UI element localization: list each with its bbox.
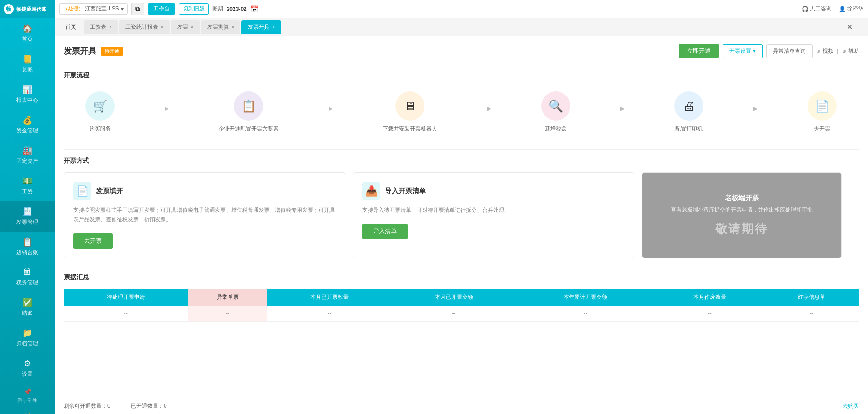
method-card-fill: 📄 发票填开 支持按照发票样式手工填写开发票；可开具增值税电子普通发票、增值税普…	[64, 172, 345, 258]
flow-icon-add-taxbox: 🔍	[541, 91, 570, 121]
sidebar-settle-icon: ✅	[22, 298, 32, 308]
summary-table: 待处理开票申请异常单票本月已开票数量本月已开票金额本年累计开票金额本月作废数量红…	[64, 289, 859, 322]
sidebar-item-reports[interactable]: 📊报表中心	[0, 79, 55, 110]
tab-label-salary-report: 工资统计报表	[125, 23, 158, 31]
sidebar-bottom-member[interactable]: 👑畅会员	[0, 408, 55, 414]
summary-value-2: --	[267, 306, 391, 322]
method-section-title: 开票方式	[64, 157, 859, 165]
sidebar-bottom-guide[interactable]: 📌新手引导	[0, 384, 55, 408]
sidebar-item-settings[interactable]: ⚙设置	[0, 353, 55, 384]
sidebar-salary-icon: 💵	[22, 176, 32, 186]
sidebar-item-invoice[interactable]: 🧾发票管理	[0, 201, 55, 232]
flow-label-add-taxbox: 新增税盘	[545, 125, 567, 133]
sidebar-ledger-label: 总账	[22, 66, 33, 74]
company-tag: （处理）	[63, 5, 83, 12]
flow-section-title: 开票流程	[64, 71, 859, 80]
sidebar-item-tax[interactable]: 🏛税务管理	[0, 262, 55, 292]
tab-salary-table[interactable]: 工资表×	[84, 20, 118, 34]
upgrade-link[interactable]: 去购买	[843, 402, 859, 410]
sidebar-home-icon: 🏠	[22, 24, 32, 34]
workbench-button[interactable]: 工作台	[148, 3, 175, 15]
calendar-icon[interactable]: 📅	[250, 5, 258, 13]
tab-invoice-list[interactable]: 发票×	[171, 20, 200, 34]
go-open-ticket-button[interactable]: 去开票	[73, 233, 113, 249]
help-label: ⊙ 帮助	[842, 47, 859, 55]
sidebar-reports-icon: 📊	[22, 85, 32, 95]
tabbar: 首页工资表×工资统计报表×发票×发票测算×发票开具× ✕ ⛶	[55, 18, 868, 36]
immediate-open-button[interactable]: 立即开通	[679, 44, 719, 58]
support-button[interactable]: 🎧 人工咨询	[802, 5, 832, 13]
abnormal-query-button[interactable]: 异常清单查询	[766, 44, 813, 58]
topbar-left: （处理） 江西服宝-LSS ▾ ⧉ 工作台 切到旧版 账期 2023-02 📅	[59, 3, 258, 15]
guide-icon: 📌	[24, 388, 31, 395]
summary-value-6: --	[764, 306, 859, 322]
summary-value-5: --	[655, 306, 765, 322]
settings-button[interactable]: 开票设置 ▾	[723, 44, 763, 58]
tab-close-invoice-calc[interactable]: ×	[232, 25, 234, 30]
summary-value-4: --	[516, 306, 655, 322]
method-card1-header: 📄 发票填开	[73, 182, 336, 200]
opened-label: 已开通数量：0	[131, 403, 167, 409]
help-icon: |	[837, 48, 838, 54]
tab-close-invoice-list[interactable]: ×	[191, 25, 194, 30]
sidebar-funds-icon: 💰	[22, 115, 32, 125]
sidebar-item-home[interactable]: 🏠首页	[0, 18, 55, 49]
user-avatar[interactable]: 👤 徐泽华	[839, 5, 863, 13]
maximize-button[interactable]: ⛶	[856, 23, 863, 31]
sidebar-tax-icon: 🏛	[23, 268, 31, 277]
summary-header-3: 本月已开票金额	[392, 289, 516, 306]
remaining-label: 剩余可开通数量：0	[64, 403, 110, 409]
flow-arrow: ▸	[751, 103, 760, 113]
flow-label-open-ticket: 去开票	[814, 125, 830, 133]
help-area: ⊙ 视频 | ⊙ 帮助	[816, 47, 859, 55]
page-header: 发票开具 待开通 立即开通 开票设置 ▾ 异常清单查询 ⊙ 视频 | ⊙ 帮助	[55, 36, 868, 64]
tab-close-salary-report[interactable]: ×	[161, 25, 164, 30]
sidebar-item-archive[interactable]: 📁归档管理	[0, 323, 55, 353]
sidebar-funds-label: 资金管理	[16, 127, 38, 135]
summary-header-0: 待处理开票申请	[64, 289, 188, 306]
sidebar-reports-label: 报表中心	[16, 96, 38, 104]
sidebar-ledger-icon: 📒	[22, 54, 32, 64]
flow-step-add-taxbox: 🔍 新增税盘	[541, 91, 570, 133]
view-label: ⊙ 视频	[816, 47, 833, 55]
flow-arrow: ▸	[618, 103, 627, 113]
header-actions: 立即开通 开票设置 ▾ 异常清单查询 ⊙ 视频 | ⊙ 帮助	[679, 44, 859, 58]
import-list-button[interactable]: 导入清单	[362, 224, 408, 239]
sidebar-item-assets[interactable]: 🏭固定资产	[0, 140, 55, 171]
footer-bar: 剩余可开通数量：0 已开通数量：0 去购买	[55, 398, 868, 414]
sidebar-item-purchase[interactable]: 📋进销台账	[0, 232, 55, 262]
flow-label-config-printer: 配置打印机	[675, 125, 703, 133]
dropdown-arrow-icon: ▾	[121, 6, 124, 12]
flow-label-config-open: 企业开通配置开票六要素	[219, 125, 279, 133]
sidebar-settings-label: 设置	[22, 370, 33, 378]
sidebar-item-salary[interactable]: 💵工资	[0, 171, 55, 201]
summary-section-title: 票据汇总	[64, 273, 859, 282]
copy-icon[interactable]: ⧉	[131, 3, 144, 15]
tab-label-salary-table: 工资表	[90, 23, 106, 31]
method-card-boss: 老板端开票 查看老板端小程序提交的开票申请，并作出相应处理和审批 敬请期待	[642, 172, 842, 258]
summary-header-2: 本月已开票数量	[267, 289, 391, 306]
close-tab-button[interactable]: ✕	[847, 23, 853, 31]
tab-label-invoice-list: 发票	[177, 23, 188, 31]
method-card2-header: 📥 导入开票清单	[362, 182, 625, 200]
method-card3-desc: 查看老板端小程序提交的开票申请，并作出相应处理和审批	[662, 206, 822, 214]
method-card2-icon: 📥	[362, 182, 380, 200]
sidebar-assets-label: 固定资产	[16, 157, 38, 165]
tab-close-invoice-tool[interactable]: ×	[272, 25, 275, 30]
tab-salary-report[interactable]: 工资统计报表×	[119, 20, 170, 34]
tab-invoice-tool[interactable]: 发票开具×	[241, 20, 281, 34]
tab-invoice-calc[interactable]: 发票测算×	[201, 20, 241, 34]
flow-arrow: ▸	[162, 103, 171, 113]
tab-home[interactable]: 首页	[59, 20, 83, 34]
sidebar-item-funds[interactable]: 💰资金管理	[0, 110, 55, 140]
method-card1-icon: 📄	[73, 182, 91, 200]
flow-icon-config-open: 📋	[234, 91, 263, 121]
switch-version-button[interactable]: 切到旧版	[179, 3, 209, 15]
tab-close-salary-table[interactable]: ×	[109, 25, 112, 30]
method-card-import: 📥 导入开票清单 支持导入待开票清单，可对待开票清单进行拆分、合并处理。 导入清…	[353, 172, 634, 258]
topbar-right: 🎧 人工咨询 👤 徐泽华	[802, 5, 863, 13]
sidebar-item-ledger[interactable]: 📒总账	[0, 49, 55, 79]
company-selector[interactable]: （处理） 江西服宝-LSS ▾	[59, 3, 128, 15]
flow-icon-open-ticket: 📄	[808, 91, 837, 121]
sidebar-item-settle[interactable]: ✅结账	[0, 292, 55, 323]
